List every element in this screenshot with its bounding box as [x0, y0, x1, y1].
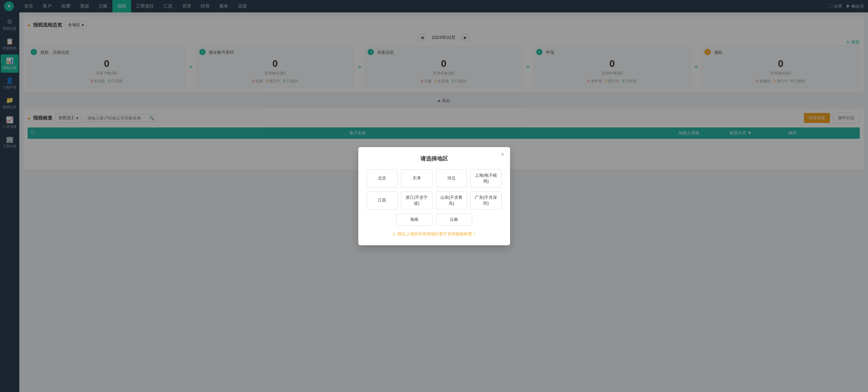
region-tianjin[interactable]: 天津 — [401, 169, 432, 187]
region-row-3: 海南 云南 — [396, 214, 472, 226]
region-hebei[interactable]: 河北 — [436, 169, 467, 187]
modal-title: 请选择地区 — [367, 155, 502, 163]
warning-text: 除以上地区外其他地区暂不支持报税检查！ — [398, 231, 476, 237]
region-zhejiang[interactable]: 浙江(不含宁波) — [401, 192, 432, 209]
region-hainan[interactable]: 海南 — [396, 214, 432, 226]
modal-close-btn[interactable]: × — [501, 151, 505, 157]
region-guangdong[interactable]: 广东(不含深圳) — [470, 192, 502, 209]
region-modal: × 请选择地区 北京 天津 河北 上海(电子税局) 江苏 浙江(不含宁波) 山东… — [358, 147, 510, 245]
modal-overlay[interactable]: × 请选择地区 北京 天津 河北 上海(电子税局) 江苏 浙江(不含宁波) 山东… — [0, 0, 868, 392]
region-yunnan[interactable]: 云南 — [436, 214, 472, 226]
warning-icon: ⚠ — [392, 231, 396, 237]
region-shanghai[interactable]: 上海(电子税局) — [470, 169, 502, 187]
region-row-1: 北京 天津 河北 上海(电子税局) — [367, 169, 502, 187]
region-beijing[interactable]: 北京 — [367, 169, 398, 187]
modal-warning: ⚠ 除以上地区外其他地区暂不支持报税检查！ — [367, 231, 502, 237]
region-row-2: 江苏 浙江(不含宁波) 山东(不含青岛) 广东(不含深圳) — [367, 192, 502, 209]
region-jiangsu[interactable]: 江苏 — [367, 192, 398, 209]
region-shandong[interactable]: 山东(不含青岛) — [436, 192, 467, 209]
